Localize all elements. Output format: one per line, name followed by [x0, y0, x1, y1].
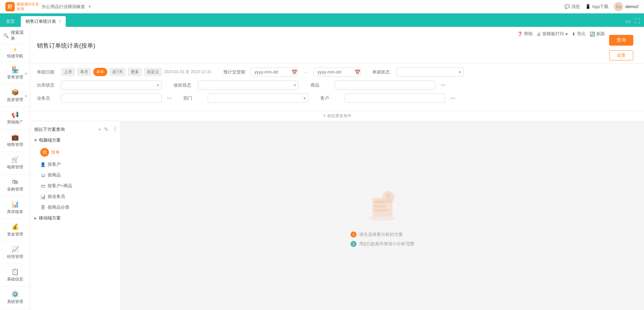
tree-item-by-customer-goods[interactable]: 🗃 按客户+商品	[34, 180, 120, 191]
sidebar-item-marketing[interactable]: 📢 营销推广	[0, 107, 30, 130]
last7days-btn[interactable]: 近7天	[109, 68, 126, 76]
goods-more-icon[interactable]: ···	[441, 82, 445, 88]
bill-status-select[interactable]	[396, 67, 464, 76]
customer-input[interactable]	[344, 94, 445, 103]
username-label: demo2	[625, 4, 639, 9]
tab-sales-order-stats[interactable]: 销售订单统计表 ×	[21, 16, 66, 27]
date-separator: —	[303, 69, 308, 74]
refresh-icon: 🔄	[590, 32, 595, 37]
tab-bar-actions: ▭ ⛶	[626, 18, 640, 24]
top-bar-right: 💬 消息 📱 App下载 Ea demo2	[565, 2, 639, 11]
purchase-icon: 🛍	[12, 178, 18, 186]
sidebar-item-purchase[interactable]: 🛍 采购管理	[0, 174, 30, 197]
logo-text: 畅捷通好生意 标报	[17, 2, 39, 11]
tree-item-by-order[interactable]: 按 按单	[34, 146, 120, 159]
collapse-bar[interactable]: ∧ 收起更多条件	[30, 111, 644, 121]
refresh-button[interactable]: 🔄 刷新	[590, 31, 605, 37]
sidebar-item-retail[interactable]: 🏪 零售管理	[0, 62, 30, 85]
logo-area: 好 畅捷通好生意 标报	[5, 2, 39, 11]
tip-1-text: 请先选择要分析的方案	[359, 231, 403, 238]
sidebar-search[interactable]: 🔍 搜索菜单	[0, 27, 30, 45]
current-year-btn[interactable]: 本年	[93, 68, 107, 76]
user-menu[interactable]: Ea demo2	[614, 2, 639, 11]
tree-item-by-goods-category[interactable]: 🗄 按商品分类	[34, 202, 120, 213]
sidebar-item-operations[interactable]: 📈 经营管理	[0, 242, 30, 264]
left-panel-title: 按以下方案查询	[34, 126, 65, 133]
export-button[interactable]: ⬇ 导出	[572, 31, 586, 37]
outbound-status-select[interactable]	[61, 81, 162, 90]
main-layout: 🔍 搜索菜单 ⚡ 快捷导航 🏪 零售管理 📦 批发管理 📢 营销推广 💼 销售管…	[0, 27, 644, 310]
goods-label: 商品	[311, 82, 329, 88]
tree-group-pc-header[interactable]: ▶ 电脑端方案	[30, 135, 120, 146]
tree-group-pc-items: 按 按单 👤 按客户 🗂 按商品	[30, 146, 120, 213]
sidebar-item-quick-nav[interactable]: ⚡ 快捷导航	[0, 45, 30, 62]
collapse-panel-button[interactable]: 《	[111, 126, 116, 133]
tree-group-mobile-header[interactable]: ▶ 移动端方案	[30, 213, 120, 223]
last-month-btn[interactable]: 上月	[61, 68, 75, 76]
quick-nav-icon: ⚡	[12, 47, 17, 52]
edit-scheme-button[interactable]: ✎	[104, 126, 108, 133]
operations-icon: 📈	[11, 246, 19, 253]
tab-expand-icon[interactable]: ⛶	[635, 18, 640, 24]
page-actions: ❓ 帮助 🖨 按模板打印 ▾ ⬇ 导出 🔄 刷新	[517, 31, 605, 37]
tree-group-mobile-label: 移动端方案	[39, 215, 61, 221]
sidebar-item-system[interactable]: ⚙️ 系统管理	[0, 287, 30, 309]
payment-status-select[interactable]	[198, 81, 299, 90]
date-range-text: 2023-01-01 至 2023-12-31	[164, 69, 211, 75]
empty-state: 1 请先选择要分析的方案 2 用[过滤]条件来缩小分析范围	[351, 185, 414, 247]
tree-arrow-pc: ▶	[34, 139, 38, 142]
filter-row-1: 单据日期 上月 本月 本年 近7天 更多 自定义 2023-01-01 至 20…	[37, 67, 637, 76]
help-button[interactable]: ❓ 帮助	[517, 31, 533, 37]
this-month-btn[interactable]: 本月	[77, 68, 91, 76]
help-icon: ❓	[517, 32, 523, 37]
sidebar-item-basic-info[interactable]: 📋 基础信息	[0, 264, 30, 287]
svg-point-6	[386, 194, 391, 198]
settings-button[interactable]: 设置	[609, 50, 633, 60]
sidebar-item-wholesale[interactable]: 📦 批发管理	[0, 85, 30, 107]
goods-input[interactable]	[335, 81, 435, 90]
tip-2-number: 2	[351, 241, 357, 247]
delivery-end-input[interactable]	[314, 67, 361, 76]
right-buttons: 查询 设置	[609, 31, 637, 60]
empty-illustration	[362, 185, 402, 225]
page-title: 销售订单统计表(按单)	[37, 42, 95, 50]
outbound-status-select-wrap: ▾	[61, 81, 162, 90]
more-date-btn[interactable]: 更多	[128, 68, 142, 76]
app-download-button[interactable]: 📱 App下载	[585, 4, 608, 10]
title-dropdown-icon[interactable]: ▾	[89, 4, 91, 9]
customer-more-icon[interactable]: ···	[450, 95, 455, 101]
payment-status-select-wrap: ▾	[198, 81, 299, 90]
tab-minimize-icon[interactable]: ▭	[626, 18, 631, 24]
sidebar-item-ecommerce[interactable]: 🛒 电商管理	[0, 152, 30, 174]
filter-area: 单据日期 上月 本月 本年 近7天 更多 自定义 2023-01-01 至 20…	[30, 63, 644, 111]
top-bar-left: 好 畅捷通好生意 标报 办公用品行业模拟账套 ▾	[5, 2, 91, 11]
tree-item-by-goods[interactable]: 🗂 按商品	[34, 170, 120, 180]
print-button[interactable]: 🖨 按模板打印 ▾	[537, 31, 568, 37]
message-button[interactable]: 💬 消息	[565, 4, 580, 10]
tab-home[interactable]: 首页	[1, 16, 19, 27]
department-label: 部门	[183, 95, 202, 101]
tab-close-icon[interactable]: ×	[59, 19, 61, 24]
collapse-icon: ∧	[323, 113, 326, 119]
left-panel-actions: + ✎ 《	[98, 126, 116, 133]
delivery-start-input[interactable]	[251, 67, 298, 76]
sales-person-more-icon[interactable]: ···	[167, 95, 171, 101]
sidebar-item-sales[interactable]: 💼 销售管理	[0, 130, 30, 152]
sales-person-input[interactable]	[61, 94, 162, 103]
tip-2-text: 用[过滤]条件来缩小分析范围	[359, 241, 414, 247]
tree-item-by-salesperson[interactable]: 📊 按业务员	[34, 191, 120, 202]
print-dropdown-icon: ▾	[566, 32, 568, 37]
department-select[interactable]	[208, 94, 308, 103]
tab-bar: 首页 销售订单统计表 × ▭ ⛶	[0, 13, 644, 27]
custom-date-btn[interactable]: 自定义	[144, 68, 162, 76]
sidebar-item-finance[interactable]: 💰 资金管理	[0, 219, 30, 242]
sales-person-label: 业务员	[37, 95, 56, 101]
sidebar-item-inventory[interactable]: 📊 库存核算	[0, 197, 30, 219]
query-button[interactable]: 查询	[609, 35, 633, 46]
tree-item-by-customer[interactable]: 👤 按客户	[34, 159, 120, 170]
message-icon: 💬	[565, 4, 570, 9]
print-icon: 🖨	[537, 32, 541, 37]
sidebar: 🔍 搜索菜单 ⚡ 快捷导航 🏪 零售管理 📦 批发管理 📢 营销推广 💼 销售管…	[0, 27, 30, 310]
expected-delivery-label: 预计交货期	[223, 69, 245, 75]
add-scheme-button[interactable]: +	[98, 126, 101, 133]
